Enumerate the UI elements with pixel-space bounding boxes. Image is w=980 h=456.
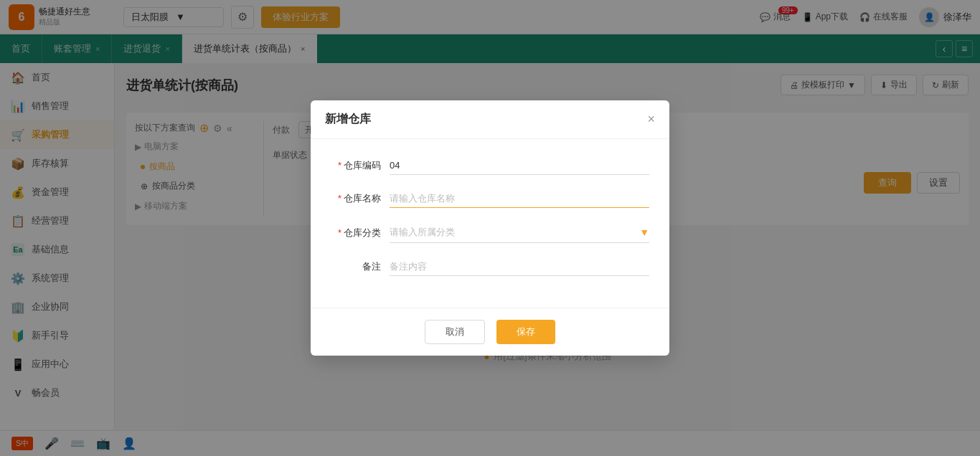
form-row-category: 仓库分类 请输入所属分类 ▼ [331, 222, 649, 243]
code-input[interactable] [390, 156, 649, 175]
modal-overlay: 新增仓库 × 仓库编码 仓库名称 仓库分类 请输入所属分类 ▼ [0, 0, 980, 456]
name-input[interactable] [390, 189, 649, 208]
form-row-name: 仓库名称 [331, 189, 649, 208]
code-label: 仓库编码 [331, 159, 381, 172]
form-row-code: 仓库编码 [331, 156, 649, 175]
modal-close-button[interactable]: × [647, 112, 655, 127]
modal-title: 新增仓库 [325, 112, 371, 127]
add-warehouse-modal: 新增仓库 × 仓库编码 仓库名称 仓库分类 请输入所属分类 ▼ [311, 100, 669, 356]
form-row-note: 备注 [331, 257, 649, 276]
note-input[interactable] [390, 257, 649, 276]
modal-header: 新增仓库 × [311, 100, 669, 139]
cancel-button[interactable]: 取消 [425, 320, 485, 344]
category-select[interactable]: 请输入所属分类 ▼ [390, 222, 649, 243]
category-placeholder: 请输入所属分类 [390, 226, 455, 239]
category-chevron-icon: ▼ [639, 227, 649, 238]
save-button[interactable]: 保存 [496, 320, 555, 344]
modal-footer: 取消 保存 [311, 308, 669, 356]
category-label: 仓库分类 [331, 227, 381, 239]
modal-body: 仓库编码 仓库名称 仓库分类 请输入所属分类 ▼ 备注 [311, 139, 669, 308]
name-label: 仓库名称 [331, 192, 381, 205]
note-label: 备注 [331, 260, 381, 273]
